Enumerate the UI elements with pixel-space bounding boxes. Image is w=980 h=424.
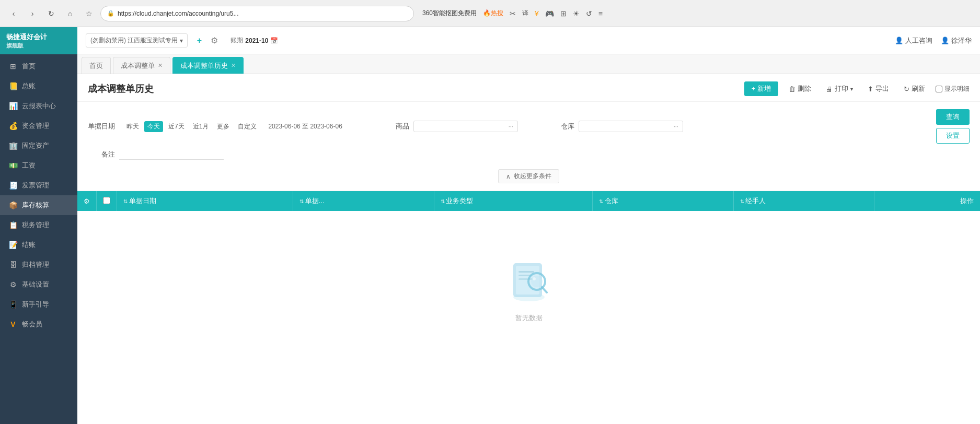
empty-state: 暂无数据: [77, 211, 980, 364]
forward-button[interactable]: ›: [25, 6, 40, 21]
collapse-btn-wrapper: ∧ 收起更多条件: [88, 165, 970, 183]
sidebar-item-settings-label: 基础设置: [22, 280, 49, 289]
sidebar-item-ledger[interactable]: 📒 总账: [0, 76, 77, 96]
warehouse-filter-label: 仓库: [547, 122, 574, 131]
table-settings-icon: ⚙: [84, 197, 90, 205]
date-btn-more[interactable]: 更多: [214, 121, 233, 132]
undo-tool[interactable]: ↺: [586, 9, 592, 18]
back-button[interactable]: ‹: [6, 6, 21, 21]
refresh-button[interactable]: ↻ 刷新: [900, 82, 929, 96]
export-label: 导出: [875, 84, 889, 93]
customer-service-btn[interactable]: 👤 人工咨询: [895, 36, 932, 45]
hot-search[interactable]: 🔥热搜: [483, 9, 503, 18]
topbar-right: 👤 人工咨询 👤 徐泽华: [895, 36, 972, 45]
brightness-tool[interactable]: ☀: [573, 9, 580, 18]
period-selector[interactable]: 账期 2021-10 📅: [230, 36, 278, 45]
date-btn-yesterday[interactable]: 昨天: [123, 121, 142, 132]
table-header-settings[interactable]: ⚙: [77, 191, 97, 211]
remarks-input[interactable]: [119, 149, 224, 160]
sidebar-item-invoice[interactable]: 🧾 发票管理: [0, 175, 77, 195]
date-btn-custom[interactable]: 自定义: [235, 121, 260, 132]
sidebar-item-payroll[interactable]: 💵 工资: [0, 156, 77, 175]
delete-label: 删除: [798, 84, 811, 93]
tab-cost-adjust-close-icon[interactable]: ✕: [158, 62, 163, 69]
date-btn-today[interactable]: 今天: [144, 121, 163, 132]
left-sidebar: 畅捷通好会计 旗舰版 ⊞ 首页 📒 总账 📊 云报表中心 💰 资金管理 �: [0, 27, 77, 424]
show-cols-label: 显示明细: [944, 85, 970, 93]
sidebar-item-guide[interactable]: 📱 新手引导: [0, 295, 77, 314]
print-label: 打印: [835, 84, 848, 93]
warehouse-select[interactable]: ···: [579, 121, 683, 132]
member-menu-icon: V: [8, 320, 18, 328]
svg-point-7: [531, 276, 543, 287]
tab-cost-adjust-history[interactable]: 成本调整单历史 ✕: [172, 57, 244, 74]
sidebar-item-settings[interactable]: ⚙ 基础设置: [0, 275, 77, 295]
star-button[interactable]: ☆: [82, 6, 96, 21]
table-header-warehouse[interactable]: ⇅ 仓库: [592, 191, 733, 211]
sidebar-item-reports[interactable]: 📊 云报表中心: [0, 96, 77, 116]
new-button[interactable]: + 新增: [744, 81, 778, 96]
sidebar-item-home[interactable]: ⊞ 首页: [0, 56, 77, 76]
export-button[interactable]: ⬆ 导出: [863, 82, 893, 96]
table-header-number[interactable]: ⇅ 单据...: [293, 191, 434, 211]
closing-menu-icon: 📝: [8, 241, 18, 249]
browser-bar: ‹ › ↻ ⌂ ☆ 🔒 https://cloud.chanjet.com/ac…: [0, 0, 980, 27]
payment-tool[interactable]: ¥: [535, 9, 539, 18]
show-cols-checkbox[interactable]: [936, 86, 942, 92]
home-button[interactable]: ⌂: [63, 6, 77, 21]
date-btn-7days[interactable]: 近7天: [165, 121, 188, 132]
cutout-tool[interactable]: 360智能抠图免费用: [422, 9, 477, 18]
collapse-filter-button[interactable]: ∧ 收起更多条件: [498, 169, 559, 183]
funds-menu-icon: 💰: [8, 122, 18, 130]
table-header-type[interactable]: ⇅ 业务类型: [434, 191, 592, 211]
show-cols-toggle[interactable]: 显示明细: [936, 85, 970, 93]
filter-action-btns: 查询 设置: [936, 109, 970, 144]
tab-cost-adjust-history-close-icon[interactable]: ✕: [231, 62, 236, 69]
app-version: 旗舰版: [6, 42, 47, 50]
grid-tool[interactable]: ⊞: [560, 9, 567, 18]
table-header-operator[interactable]: ⇅ 经手人: [733, 191, 874, 211]
empty-illustration: [503, 253, 555, 305]
service-label: 人工咨询: [905, 36, 932, 45]
table-header-checkbox[interactable]: [97, 191, 117, 211]
goods-more-icon: ···: [509, 123, 513, 129]
translate-tool[interactable]: 译: [522, 9, 528, 18]
ledger-menu-icon: 📒: [8, 82, 18, 90]
delete-button[interactable]: 🗑 删除: [785, 82, 815, 96]
reload-button[interactable]: ↻: [44, 6, 59, 21]
topbar-settings-icon[interactable]: ⚙: [211, 36, 218, 45]
tab-home[interactable]: 首页: [82, 57, 111, 74]
sidebar-item-member[interactable]: V 畅会员: [0, 314, 77, 334]
sidebar-item-archive[interactable]: 🗄 归档管理: [0, 255, 77, 275]
query-button[interactable]: 查询: [936, 109, 970, 125]
user-profile-btn[interactable]: 👤 徐泽华: [941, 36, 972, 45]
table-header-date[interactable]: ⇅ 单据日期: [117, 191, 293, 211]
menu-tool[interactable]: ≡: [598, 9, 603, 18]
sidebar-item-fixed-assets[interactable]: 🏢 固定资产: [0, 136, 77, 156]
sidebar-item-closing[interactable]: 📝 结账: [0, 235, 77, 255]
page-content: 成本调整单历史 + 新增 🗑 删除 🖨 打印 ▾ ⬆ 导出: [77, 74, 980, 424]
game-tool[interactable]: 🎮: [545, 9, 554, 18]
refresh-icon: ↻: [904, 85, 909, 93]
svg-line-8: [542, 287, 547, 292]
scissors-tool[interactable]: ✂: [510, 9, 516, 18]
tenant-selector[interactable]: (勿删勿禁用) 江西服宝测试专用 ▾: [86, 33, 188, 48]
goods-select[interactable]: ···: [413, 121, 518, 132]
address-bar[interactable]: 🔒 https://cloud.chanjet.com/accounting/u…: [100, 6, 414, 21]
setting-button[interactable]: 设置: [936, 128, 970, 144]
add-workspace-button[interactable]: +: [192, 33, 206, 48]
remarks-row: 备注: [88, 149, 970, 160]
sidebar-item-funds[interactable]: 💰 资金管理: [0, 116, 77, 136]
payroll-menu-icon: 💵: [8, 161, 18, 170]
print-button[interactable]: 🖨 打印 ▾: [822, 82, 857, 96]
table-header-action-label: 操作: [960, 197, 974, 205]
select-all-checkbox[interactable]: [103, 197, 110, 204]
export-icon: ⬆: [868, 85, 873, 93]
sidebar-item-inventory[interactable]: 📦 库存核算: [0, 195, 77, 215]
date-btn-1month[interactable]: 近1月: [190, 121, 212, 132]
collapse-icon: ∧: [506, 173, 511, 180]
sidebar-item-tax[interactable]: 📋 税务管理: [0, 215, 77, 235]
url-text: https://cloud.chanjet.com/accounting/uru…: [118, 10, 238, 17]
sidebar-item-member-label: 畅会员: [22, 320, 42, 329]
tab-cost-adjust[interactable]: 成本调整单 ✕: [113, 57, 170, 74]
